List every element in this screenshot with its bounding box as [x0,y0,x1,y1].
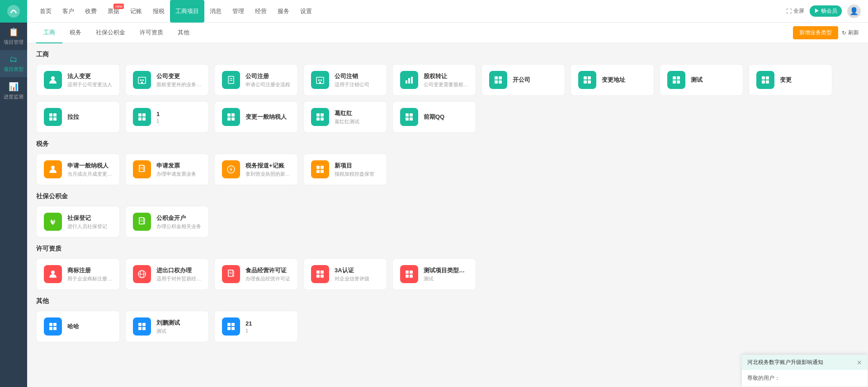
card-company-cancel[interactable]: 公司注销 适用于注销公司 [303,64,387,96]
refresh-button[interactable]: ↻ 刷新 [842,29,859,37]
nav-service[interactable]: 服务 [272,0,295,23]
card-test[interactable]: 测试 [660,64,743,96]
svg-rect-26 [673,80,676,84]
notification-close[interactable]: ✕ [857,359,862,366]
card-title-equity-transfer: 股权转让 [424,72,468,80]
card-3a-cert[interactable]: 3A认证 对企业信誉评级 [303,258,387,290]
card-early-qq[interactable]: 前期QQ [392,101,476,133]
svg-rect-10 [318,79,320,81]
card-text-num1: 1 1 [156,111,201,124]
card-tax-report-bookkeep[interactable]: ¥ 税务报道+记账 拿到营业执照的新公司 [214,154,298,185]
card-title-lala: 拉拉 [67,113,112,121]
svg-rect-43 [231,117,235,121]
card-legal-change[interactable]: 法人变更 适用于公司变更法人 [36,64,120,96]
svg-rect-81 [53,323,57,326]
tab-industry[interactable]: 工商 [36,23,62,43]
card-change2[interactable]: 变更 [749,64,832,96]
card-title-new-project: 新项目 [335,162,379,170]
vip-icon: ▶ [814,8,820,14]
nav-manage[interactable]: 管理 [227,0,250,23]
nav-home[interactable]: 首页 [34,0,57,23]
card-text-trademark-reg: 商标注册 用于企业商标注册服务 [67,266,112,282]
nav-messages[interactable]: 消息 [204,0,227,23]
card-change-address[interactable]: 变更地址 [571,64,654,96]
progress-monitor-icon: 📊 [9,82,19,92]
main-area: 首页 客户 收费 票据 new 记账 报税 工商项目 消息 管理 经营 [27,0,868,387]
card-num21[interactable]: 21 1 [214,311,298,342]
card-title-3a-cert: 3A认证 [335,266,379,275]
card-title-import-export: 进出口权办理 [156,266,201,275]
card-import-export[interactable]: 进出口权办理 适用于对外贸易经营者 [125,258,209,290]
card-company-change[interactable]: 公司变更 股权变更外的业务变更 [125,64,209,96]
tab-other[interactable]: 其他 [170,23,197,43]
nav-operation[interactable]: 经营 [250,0,272,23]
section-title-tax: 税务 [36,140,859,148]
svg-rect-33 [53,113,57,117]
svg-rect-28 [762,76,765,79]
new-type-button[interactable]: 新增业务类型 [793,26,838,39]
nav-tickets[interactable]: 票据 new [102,0,125,23]
svg-rect-4 [142,79,144,81]
card-trademark-reg[interactable]: 商标注册 用于企业商标注册服务 [36,258,120,290]
nav-industry[interactable]: 工商项目 [170,0,204,23]
svg-rect-47 [321,117,324,121]
card-num1[interactable]: 1 1 [125,101,209,133]
notification-body: 尊敬的用户： [742,370,868,387]
card-desc-apply-general-tax: 当月或次月成变更完成 [67,171,112,177]
card-text-test-proj-type: 测试项目类型目定义 测试 [424,266,468,282]
vip-button[interactable]: ▶ 畅会员 [810,5,842,17]
svg-rect-76 [406,270,409,274]
nav-customer[interactable]: 客户 [57,0,80,23]
card-liu-peng-test[interactable]: 刘鹏测试 测试 [125,311,209,342]
sidebar-item-project-mgmt[interactable]: 📋 项目管理 [0,23,27,50]
nav-tax[interactable]: 报税 [147,0,170,23]
card-desc-ge-honghong: 葛红红测试 [335,118,379,125]
sidebar-item-project-type[interactable]: 🗂 项目类型 [0,50,27,77]
card-equity-transfer[interactable]: 股权转让 公司变更需要股权转让 [392,64,476,96]
card-title-open-company: 开公司 [513,76,557,84]
card-food-license[interactable]: 食品经营许可证 办理食品经营许可证 [214,258,298,290]
card-text-apply-general-tax: 申请一般纳税人 当月或次月成变更完成 [67,162,112,177]
card-icon-change-address [578,71,596,89]
svg-rect-87 [142,327,146,330]
card-ge-honghong[interactable]: 葛红红 葛红红测试 [303,101,387,133]
section-title-license: 许可资质 [36,245,859,253]
card-company-reg[interactable]: 公司注册 申请公司注册全流程 [214,64,298,96]
card-icon-change-tax [222,108,240,126]
nav-billing[interactable]: 收费 [80,0,102,23]
card-haha[interactable]: 哈哈 [36,311,120,342]
social-fund-card-grid: 社保登记 进行人员社保登记 公积金开户 办理公积金相关业务 [36,206,859,238]
card-lala[interactable]: 拉拉 [36,101,120,133]
tab-tax[interactable]: 税务 [62,23,89,43]
svg-rect-53 [139,165,144,172]
svg-rect-80 [49,323,52,326]
nav-settings[interactable]: 设置 [295,0,317,23]
svg-rect-37 [142,113,146,117]
card-title-change2: 变更 [780,76,825,84]
svg-rect-5 [141,82,143,84]
app-logo[interactable] [0,0,27,23]
sidebar-item-progress-monitor[interactable]: 📊 进度监测 [0,77,27,105]
card-text-company-reg: 公司注册 申请公司注册全流程 [245,72,290,88]
card-new-project[interactable]: 新项目 报税加税控盘保管 [303,154,387,185]
card-apply-general-tax[interactable]: 申请一般纳税人 当月或次月成变更完成 [36,154,120,185]
fullscreen-btn[interactable]: ⛶ 全屏 [786,7,804,15]
card-change-tax[interactable]: 变更一般纳税人 [214,101,298,133]
svg-rect-35 [53,117,57,121]
tab-license[interactable]: 许可资质 [132,23,170,43]
nav-accounts[interactable]: 记账 [125,0,147,23]
card-social-insurance-reg[interactable]: 社保登记 进行人员社保登记 [36,206,120,238]
card-text-company-cancel: 公司注销 适用于注销公司 [335,72,379,88]
card-text-change-address: 变更地址 [602,76,646,84]
card-apply-invoice[interactable]: 申请发票 办理申请发票业务 [125,154,209,185]
user-avatar[interactable]: 👤 [847,5,861,18]
card-open-company[interactable]: 开公司 [481,64,565,96]
card-icon-haha [44,317,62,336]
tab-social-fund[interactable]: 社保公积金 [89,23,132,43]
card-text-food-license: 食品经营许可证 办理食品经营许可证 [245,266,290,282]
card-fund-account[interactable]: 公积金开户 办理公积金相关业务 [125,206,209,238]
card-icon-test [667,71,685,89]
card-title-fund-account: 公积金开户 [156,214,201,222]
card-desc-liu-peng-test: 测试 [156,328,201,335]
card-test-proj-type[interactable]: 测试项目类型目定义 测试 [392,258,476,290]
